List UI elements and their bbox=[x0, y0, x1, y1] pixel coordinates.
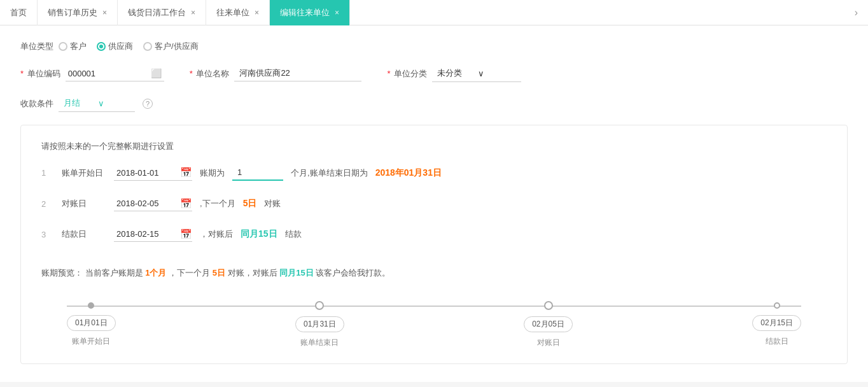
tab-edit-partner[interactable]: 编辑往来单位 × bbox=[270, 0, 350, 25]
reconcile-date-calendar-icon[interactable]: 📅 bbox=[180, 198, 192, 209]
tab-home[interactable]: 首页 bbox=[5, 0, 38, 25]
radio-customer-label: 客户 bbox=[70, 41, 87, 52]
radio-customer-supplier[interactable]: 客户/供应商 bbox=[143, 41, 199, 52]
timeline-badge-2: 02月05日 bbox=[524, 316, 573, 332]
timeline-label-2: 对账日 bbox=[537, 337, 560, 348]
radio-customer-supplier-circle bbox=[143, 42, 152, 51]
reconcile-date-input-group: 📅 bbox=[114, 196, 192, 211]
row-label-1: 账单开始日 bbox=[62, 167, 106, 179]
unit-class-label: * 单位分类 bbox=[387, 68, 427, 80]
settings-row-2: 2 对账日 📅 ,下一个月 5日 对账 bbox=[41, 196, 827, 211]
unit-type-label: 单位类型 bbox=[20, 41, 53, 52]
period-end-date: 2018年01月31日 bbox=[375, 167, 442, 179]
timeline-node-0: 01月01日 账单开始日 bbox=[67, 297, 116, 347]
timeline-label-3: 结款日 bbox=[766, 336, 788, 347]
tab-partner-units[interactable]: 往来单位 × bbox=[206, 0, 270, 25]
unit-class-arrow-icon: ∨ bbox=[478, 69, 516, 78]
preview-highlight3: 同月15日 bbox=[279, 268, 313, 278]
timeline-dot-3 bbox=[774, 302, 780, 309]
start-date-input[interactable] bbox=[114, 165, 178, 180]
timeline: 01月01日 账单开始日 01月31日 账单结束日 02月05日 对账日 02月… bbox=[41, 297, 827, 348]
timeline-dot-1 bbox=[315, 301, 324, 310]
payment-date-input[interactable] bbox=[114, 227, 178, 241]
radio-supplier-label: 供应商 bbox=[108, 41, 133, 52]
tab-sales-history[interactable]: 销售订单历史 × bbox=[38, 0, 118, 25]
payment-terms-select[interactable]: 月结 ∨ bbox=[59, 95, 135, 112]
period-suffix: 个月,账单结束日期为 bbox=[291, 167, 368, 179]
payment-terms-row: 收款条件 月结 ∨ ? bbox=[20, 95, 848, 112]
timeline-badge-0: 01月01日 bbox=[67, 315, 116, 331]
timeline-badge-1: 01月31日 bbox=[295, 316, 344, 332]
close-edit-partner[interactable]: × bbox=[335, 8, 339, 17]
payment-terms-label: 收款条件 bbox=[20, 98, 53, 109]
preview-highlight2: 5日 bbox=[213, 268, 225, 278]
timeline-label-1: 账单结束日 bbox=[300, 337, 339, 348]
tab-bar: 首页 销售订单历史 × 钱货日清工作台 × 往来单位 × 编辑往来单位 × › bbox=[0, 0, 868, 25]
unit-type-group: 单位类型 客户 供应商 客户/供应商 bbox=[20, 41, 199, 52]
unit-class-select[interactable]: 未分类 ∨ bbox=[432, 65, 521, 82]
row-num-2: 2 bbox=[41, 199, 54, 209]
payment-date-calendar-icon[interactable]: 📅 bbox=[180, 229, 192, 240]
radio-supplier-circle bbox=[97, 42, 106, 51]
close-partner-units[interactable]: × bbox=[255, 8, 259, 17]
settings-row-1: 1 账单开始日 📅 账期为 个月,账单结束日期为 2018年01月31日 bbox=[41, 165, 827, 181]
payment-terms-value: 月结 bbox=[64, 97, 95, 109]
unit-type-radios: 客户 供应商 客户/供应商 bbox=[59, 41, 199, 52]
close-cash-ledger[interactable]: × bbox=[191, 8, 195, 17]
settings-box: 请按照未来的一个完整帐期进行设置 1 账单开始日 📅 账期为 个月,账单结束日期… bbox=[20, 125, 848, 364]
payment-terms-group: 收款条件 月结 ∨ ? bbox=[20, 95, 153, 112]
radio-customer-circle bbox=[59, 42, 67, 51]
preview-text4: 该客户会给我打款。 bbox=[316, 268, 390, 278]
row-num-3: 3 bbox=[41, 230, 54, 239]
preview-text2: ，下一个月 bbox=[169, 268, 210, 278]
tab-more-button[interactable]: › bbox=[850, 7, 863, 18]
period-prefix: 账期为 bbox=[200, 167, 225, 179]
timeline-label-0: 账单开始日 bbox=[72, 336, 110, 347]
unit-name-label: * 单位名称 bbox=[190, 68, 230, 80]
copy-icon[interactable]: ⬜ bbox=[148, 68, 164, 78]
row-label-3: 结款日 bbox=[62, 229, 106, 240]
radio-customer[interactable]: 客户 bbox=[59, 41, 87, 52]
timeline-node-2: 02月05日 对账日 bbox=[524, 297, 573, 348]
reconcile-date-input[interactable] bbox=[114, 196, 178, 211]
radio-supplier[interactable]: 供应商 bbox=[97, 41, 133, 52]
radio-customer-supplier-label: 客户/供应商 bbox=[155, 41, 199, 52]
timeline-node-3: 02月15日 结款日 bbox=[752, 297, 801, 347]
preview-highlight1: 1个月 bbox=[145, 268, 166, 278]
period-value-input[interactable] bbox=[232, 165, 283, 181]
payment-prefix: ，对账后 bbox=[200, 229, 233, 240]
settings-row-3: 3 结款日 📅 ，对账后 同月15日 结款 bbox=[41, 227, 827, 242]
payment-highlight: 同月15日 bbox=[241, 229, 277, 240]
main-content: 单位类型 客户 供应商 客户/供应商 * 单位编码 bbox=[0, 25, 868, 382]
timeline-badge-3: 02月15日 bbox=[752, 315, 801, 331]
unit-code-label: * 单位编码 bbox=[20, 68, 60, 80]
payment-terms-help-icon[interactable]: ? bbox=[143, 99, 153, 109]
unit-code-input[interactable] bbox=[66, 66, 148, 81]
payment-date-input-group: 📅 bbox=[114, 227, 192, 242]
unit-code-input-wrapper: ⬜ bbox=[66, 66, 164, 81]
timeline-nodes: 01月01日 账单开始日 01月31日 账单结束日 02月05日 对账日 02月… bbox=[67, 297, 801, 348]
timeline-node-1: 01月31日 账单结束日 bbox=[295, 297, 344, 348]
row-label-2: 对账日 bbox=[62, 198, 106, 209]
unit-class-group: * 单位分类 未分类 ∨ bbox=[387, 65, 521, 82]
unit-details-row: * 单位编码 ⬜ * 单位名称 * 单位分类 未分类 ∨ bbox=[20, 65, 848, 82]
unit-class-value: 未分类 bbox=[437, 67, 475, 79]
preview-text3: 对账，对账后 bbox=[228, 268, 277, 278]
payment-end: 结款 bbox=[285, 229, 302, 240]
reconcile-end: 对账 bbox=[264, 198, 281, 209]
tab-cash-ledger[interactable]: 钱货日清工作台 × bbox=[118, 0, 206, 25]
preview-label: 账期预览： bbox=[41, 268, 83, 278]
start-date-calendar-icon[interactable]: 📅 bbox=[180, 167, 192, 178]
unit-type-row: 单位类型 客户 供应商 客户/供应商 bbox=[20, 41, 848, 52]
unit-name-group: * 单位名称 bbox=[190, 66, 362, 81]
reconcile-highlight: 5日 bbox=[243, 198, 257, 209]
start-date-input-group: 📅 bbox=[114, 165, 192, 181]
payment-terms-arrow-icon: ∨ bbox=[98, 99, 130, 108]
row-num-1: 1 bbox=[41, 168, 54, 178]
timeline-dot-0 bbox=[88, 302, 94, 309]
reconcile-prefix: ,下一个月 bbox=[200, 198, 235, 209]
preview-section: 账期预览： 当前客户账期是 1个月 ，下一个月 5日 对账，对账后 同月15日 … bbox=[41, 257, 827, 284]
unit-code-group: * 单位编码 ⬜ bbox=[20, 66, 164, 81]
unit-name-input[interactable] bbox=[234, 66, 361, 81]
close-sales-history[interactable]: × bbox=[102, 8, 107, 17]
